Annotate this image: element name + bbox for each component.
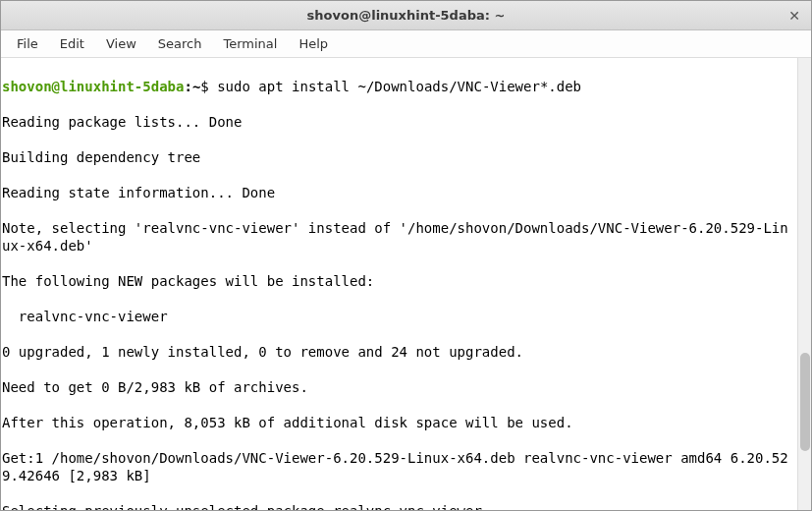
close-button[interactable]: ✕	[785, 7, 803, 25]
terminal-window: shovon@linuxhint-5daba: ~ ✕ File Edit Vi…	[0, 0, 812, 511]
prompt-colon: :	[184, 79, 191, 94]
terminal-area: shovon@linuxhint-5daba:~$ sudo apt insta…	[1, 58, 811, 510]
close-icon: ✕	[788, 8, 800, 24]
output-line: realvnc-vnc-viewer	[2, 308, 796, 325]
menu-terminal[interactable]: Terminal	[213, 32, 287, 55]
output-line: After this operation, 8,053 kB of additi…	[2, 414, 796, 431]
window-title: shovon@linuxhint-5daba: ~	[7, 8, 805, 23]
output-line: Selecting previously unselected package …	[2, 502, 796, 510]
output-line: Reading state information... Done	[2, 184, 796, 201]
menu-help[interactable]: Help	[289, 32, 338, 55]
terminal-content[interactable]: shovon@linuxhint-5daba:~$ sudo apt insta…	[1, 58, 797, 510]
prompt-line: shovon@linuxhint-5daba:~$ sudo apt insta…	[2, 78, 796, 95]
output-line: Note, selecting 'realvnc-vnc-viewer' ins…	[2, 219, 796, 255]
menu-view[interactable]: View	[96, 32, 146, 55]
output-line: Need to get 0 B/2,983 kB of archives.	[2, 378, 796, 396]
prompt-symbol: $	[200, 79, 217, 94]
scrollbar[interactable]	[797, 58, 811, 510]
output-line: Reading package lists... Done	[2, 113, 796, 131]
output-line: 0 upgraded, 1 newly installed, 0 to remo…	[2, 343, 796, 361]
titlebar[interactable]: shovon@linuxhint-5daba: ~ ✕	[1, 1, 811, 30]
menubar: File Edit View Search Terminal Help	[1, 30, 811, 58]
scrollbar-thumb[interactable]	[800, 353, 810, 451]
terminal-output: shovon@linuxhint-5daba:~$ sudo apt insta…	[2, 60, 796, 510]
output-line: Building dependency tree	[2, 148, 796, 166]
output-line: Get:1 /home/shovon/Downloads/VNC-Viewer-…	[2, 449, 796, 484]
prompt-user-host: shovon@linuxhint-5daba	[2, 79, 184, 94]
menu-search[interactable]: Search	[148, 32, 212, 55]
command-text: sudo apt install ~/Downloads/VNC-Viewer*…	[217, 79, 581, 94]
output-line: The following NEW packages will be insta…	[2, 272, 796, 290]
menu-edit[interactable]: Edit	[50, 32, 94, 55]
menu-file[interactable]: File	[7, 32, 48, 55]
